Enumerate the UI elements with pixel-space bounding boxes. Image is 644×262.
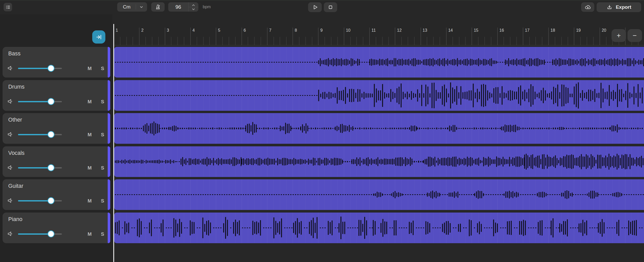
slider-fill <box>18 134 51 135</box>
volume-knob[interactable] <box>48 231 54 237</box>
beat-tick <box>363 37 363 45</box>
bar-tick <box>242 28 242 45</box>
waveform-canvas <box>114 113 644 144</box>
cloud-upload-button[interactable] <box>581 2 594 12</box>
beat-tick <box>427 37 427 45</box>
bar-tick <box>395 28 395 45</box>
solo-button[interactable]: S <box>98 64 107 73</box>
bar-number: 7 <box>269 28 272 33</box>
bar-number: 2 <box>141 28 143 33</box>
volume-slider[interactable] <box>18 231 62 237</box>
beat-tick <box>286 37 286 45</box>
track-title: Bass <box>8 50 21 57</box>
track-title: Other <box>8 117 22 123</box>
beat-tick <box>177 37 178 45</box>
beat-tick <box>299 37 299 45</box>
bar-number: 4 <box>192 28 195 33</box>
solo-button[interactable]: S <box>98 230 107 239</box>
volume-knob[interactable] <box>48 132 54 137</box>
bar-tick <box>369 28 370 45</box>
bpm-value[interactable]: 96 <box>168 2 188 12</box>
bar-number: 8 <box>295 28 297 33</box>
volume-slider[interactable] <box>18 197 62 204</box>
beat-tick <box>325 37 325 45</box>
beat-tick <box>248 37 248 45</box>
bar-number: 19 <box>576 28 581 33</box>
track-color-stripe <box>108 80 110 111</box>
slider-fill <box>18 200 51 201</box>
bar-number: 6 <box>244 28 246 33</box>
speaker-icon <box>7 98 14 105</box>
volume-knob[interactable] <box>48 99 54 104</box>
playhead[interactable] <box>113 24 114 262</box>
track-clip-vocals[interactable] <box>114 146 644 177</box>
bar-number: 17 <box>525 28 530 33</box>
track-clip-piano[interactable] <box>114 213 644 243</box>
volume-slider[interactable] <box>18 164 62 171</box>
beat-tick <box>491 37 491 45</box>
chevron-down-icon[interactable] <box>191 8 196 11</box>
solo-button[interactable]: S <box>98 97 107 106</box>
volume-slider[interactable] <box>18 98 62 105</box>
beat-tick <box>485 37 485 45</box>
mute-button[interactable]: M <box>85 64 94 73</box>
solo-button[interactable]: S <box>98 163 107 173</box>
mute-button[interactable]: M <box>85 196 94 206</box>
volume-knob[interactable] <box>48 198 54 204</box>
track-card-piano: PianoMS <box>3 213 110 243</box>
volume-knob[interactable] <box>48 165 54 171</box>
track-color-stripe <box>108 179 110 210</box>
beat-tick <box>529 37 530 45</box>
beat-tick <box>235 37 235 45</box>
track-clip-drums[interactable] <box>114 80 644 111</box>
beat-tick <box>408 37 408 45</box>
volume-slider[interactable] <box>18 131 62 138</box>
chevron-up-icon[interactable] <box>191 3 196 7</box>
beat-tick <box>382 37 383 45</box>
volume-slider[interactable] <box>18 65 62 72</box>
track-list-menu-button[interactable] <box>4 3 12 11</box>
beat-tick <box>510 37 510 45</box>
volume-knob[interactable] <box>48 65 54 71</box>
beat-tick <box>133 37 133 45</box>
beat-tick <box>158 37 159 45</box>
mute-button[interactable]: M <box>85 163 94 173</box>
track-card-other: OtherMS <box>3 113 110 144</box>
export-button[interactable]: Export <box>597 2 641 12</box>
stop-button[interactable] <box>324 2 337 12</box>
mute-button[interactable]: M <box>85 97 94 106</box>
bar-number: 9 <box>320 28 323 33</box>
mute-button[interactable]: M <box>85 130 94 139</box>
waveform-canvas <box>114 146 644 177</box>
zoom-in-button[interactable]: + <box>612 29 626 42</box>
bpm-stepper[interactable] <box>189 2 198 12</box>
metronome-button[interactable] <box>151 2 165 12</box>
play-icon <box>312 4 318 10</box>
track-color-stripe <box>108 47 110 78</box>
solo-button[interactable]: S <box>98 196 107 206</box>
beat-tick <box>580 37 581 45</box>
bar-number: 12 <box>397 28 402 33</box>
bpm-input[interactable]: 96 <box>168 2 198 12</box>
beat-tick <box>414 37 414 45</box>
bar-number: 10 <box>346 28 351 33</box>
beat-tick <box>459 37 459 45</box>
metronome-icon <box>155 4 161 10</box>
play-button[interactable] <box>308 2 322 12</box>
solo-button[interactable]: S <box>98 130 107 139</box>
collapse-panel-button[interactable] <box>92 30 105 44</box>
beat-tick <box>504 37 504 45</box>
bar-number: 5 <box>218 28 220 33</box>
key-selector-dropdown[interactable]: Cm <box>117 2 147 12</box>
track-clip-guitar[interactable] <box>114 179 644 210</box>
bar-number: 20 <box>602 28 606 33</box>
bar-number: 14 <box>448 28 453 33</box>
mute-button[interactable]: M <box>85 230 94 239</box>
key-value: Cm <box>123 4 131 10</box>
beat-tick <box>146 37 146 45</box>
speaker-icon <box>7 65 14 71</box>
track-clip-bass[interactable] <box>114 47 644 78</box>
track-clip-other[interactable] <box>114 113 644 144</box>
zoom-out-button[interactable]: − <box>628 29 642 42</box>
beat-tick <box>280 37 280 45</box>
